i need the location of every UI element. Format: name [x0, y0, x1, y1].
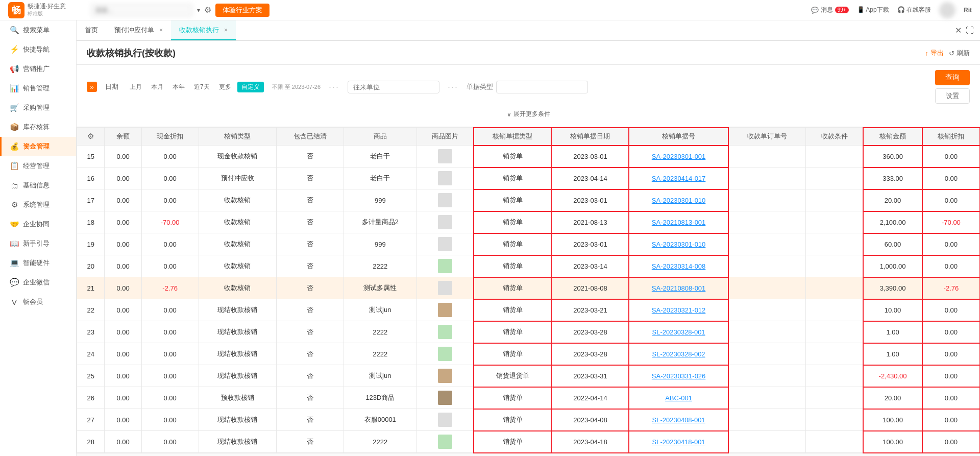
- date-quick-group: 上月 本月 本年 近7天 更多 自定义: [127, 82, 264, 92]
- doc-type-select[interactable]: 销货单 销货退货单: [496, 81, 588, 93]
- collab-icon: 🤝: [10, 220, 19, 229]
- cell-doc-no[interactable]: ABC-001: [629, 387, 728, 409]
- system-icon: ⚙: [10, 200, 19, 209]
- cell-doc-no[interactable]: SA-20230301-010: [629, 233, 728, 255]
- cell-discount: 0.00: [922, 321, 979, 343]
- cell-included: 否: [276, 146, 344, 167]
- cell-doc-no[interactable]: SA-20230331-026: [629, 365, 728, 387]
- table-row: 25 0.00 0.00 现结收款核销 否 测试jun 销货退货单 2023-0…: [77, 365, 980, 387]
- cell-product: 2222: [344, 343, 416, 365]
- sidebar-item-marketing[interactable]: 📢 营销推广: [0, 59, 76, 79]
- cell-doc-no[interactable]: SL-20230328-002: [629, 343, 728, 365]
- cell-product-img: [416, 211, 474, 233]
- col-settings-icon[interactable]: ⚙: [87, 132, 94, 140]
- cell-type: 收款核销: [199, 189, 276, 211]
- tab-maximize-icon[interactable]: ⛶: [966, 26, 974, 35]
- funds-icon: 💰: [10, 142, 19, 151]
- sidebar-item-purchase[interactable]: 🛒 采购管理: [0, 98, 76, 117]
- sidebar-item-search[interactable]: 🔍 搜索菜单: [0, 20, 76, 40]
- cell-doc-type: 销货单: [474, 189, 551, 211]
- sidebar-item-management[interactable]: 📋 经营管理: [0, 156, 76, 176]
- cell-doc-no[interactable]: SA-20230414-017: [629, 167, 728, 189]
- sidebar-item-hardware[interactable]: 💻 智能硬件: [0, 253, 76, 273]
- cell-amount: 1.00: [863, 343, 923, 365]
- date-btn-lastmonth[interactable]: 上月: [127, 82, 145, 92]
- cell-product: 999: [344, 233, 416, 255]
- app-download-link[interactable]: 📱 App下载: [857, 6, 889, 14]
- cell-doc-no[interactable]: SA-20230301-010: [629, 189, 728, 211]
- cell-discount: 0.00: [922, 167, 979, 189]
- sidebar-item-sales[interactable]: 📊 销售管理: [0, 79, 76, 98]
- date-filter-label: 日期: [105, 82, 118, 91]
- cell-product: 测试多属性: [344, 277, 416, 299]
- table-row: 28 0.00 0.00 现结收款核销 否 2222 销货单 2023-04-1…: [77, 431, 980, 453]
- industry-btn[interactable]: 体验行业方案: [215, 4, 270, 17]
- app-download-label: App下载: [866, 6, 889, 13]
- filter-toggle-btn[interactable]: »: [87, 82, 97, 92]
- page-title: 收款核销执行(按收款): [87, 47, 176, 59]
- cell-doc-no[interactable]: SL-20230418-001: [629, 431, 728, 453]
- sidebar-label-marketing: 营销推广: [23, 64, 50, 74]
- expand-label: 展开更多条件: [513, 110, 550, 118]
- export-button[interactable]: ↑ 导出: [925, 49, 944, 58]
- settings-button[interactable]: 设置: [935, 88, 970, 104]
- online-service-link[interactable]: 🎧 在线客服: [897, 6, 931, 14]
- expand-conditions-btn[interactable]: ∨ 展开更多条件: [507, 110, 550, 118]
- cell-receipt-no: [728, 211, 806, 233]
- cell-doc-no[interactable]: SA-20230314-008: [629, 255, 728, 277]
- sidebar-item-system[interactable]: ⚙ 系统管理: [0, 195, 76, 214]
- home-label: 首页: [85, 26, 98, 35]
- refresh-button[interactable]: ↺ 刷新: [949, 49, 970, 58]
- tab-prepaid[interactable]: 预付冲应付单 ×: [106, 20, 171, 40]
- cell-doc-type: 销货单: [474, 211, 551, 233]
- top-bar: 畅 畅捷通·好生意 标准版 ▾ ⚙ 体验行业方案 💬 消息 99+ 📱 App下…: [0, 0, 980, 20]
- cell-doc-no[interactable]: SL-20230408-001: [629, 409, 728, 431]
- sidebar-item-collab[interactable]: 🤝 企业协同: [0, 214, 76, 234]
- cell-receipt-no: [728, 321, 806, 343]
- sidebar-item-guide[interactable]: 📖 新手引导: [0, 234, 76, 253]
- cell-doc-date: 2023-03-01: [551, 189, 629, 211]
- th-settings[interactable]: ⚙: [77, 128, 105, 146]
- cell-included: 否: [276, 321, 344, 343]
- message-label: 消息: [821, 6, 833, 14]
- top-search-input[interactable]: [91, 4, 193, 17]
- cell-receipt-no: [728, 387, 806, 409]
- cell-amount: 2,100.00: [863, 211, 923, 233]
- dropdown-chevron[interactable]: ▾: [197, 7, 200, 14]
- user-avatar[interactable]: [939, 2, 955, 18]
- sidebar-item-basic[interactable]: 🗂 基础信息: [0, 176, 76, 195]
- settings-gear-icon[interactable]: ⚙: [204, 5, 211, 15]
- sidebar-item-funds[interactable]: 💰 资金管理: [0, 137, 76, 156]
- cell-no: 17: [77, 189, 105, 211]
- prepaid-close-icon[interactable]: ×: [159, 27, 163, 34]
- cell-doc-no[interactable]: SA-20230321-012: [629, 299, 728, 321]
- cell-doc-no[interactable]: SL-20230328-001: [629, 321, 728, 343]
- cell-receipt-cond: [806, 409, 863, 431]
- cell-amount: 1.00: [863, 321, 923, 343]
- cell-doc-no[interactable]: SA-20210813-001: [629, 211, 728, 233]
- table-row: 20 0.00 0.00 收款核销 否 2222 销货单 2023-03-14 …: [77, 255, 980, 277]
- date-btn-more[interactable]: 更多: [216, 82, 234, 92]
- cell-doc-no[interactable]: SA-20230301-001: [629, 146, 728, 167]
- cell-doc-no[interactable]: SA-20210808-001: [629, 277, 728, 299]
- tab-home[interactable]: 首页: [77, 20, 106, 40]
- date-btn-7days[interactable]: 近7天: [191, 82, 213, 92]
- query-button[interactable]: 查询: [935, 70, 970, 85]
- tab-close-action-icon[interactable]: ✕: [955, 26, 962, 35]
- sidebar-item-vip[interactable]: V 畅会员: [0, 292, 76, 311]
- cell-product: 测试jun: [344, 299, 416, 321]
- date-custom-btn[interactable]: 自定义: [237, 82, 264, 92]
- date-btn-thismonth[interactable]: 本月: [148, 82, 166, 92]
- message-section[interactable]: 💬 消息 99+: [811, 6, 849, 14]
- receipt-exec-close-icon[interactable]: ×: [224, 27, 228, 34]
- sidebar-item-wechat[interactable]: 💬 企业微信: [0, 273, 76, 292]
- cell-receipt-no: [728, 343, 806, 365]
- sidebar-item-quicknav[interactable]: ⚡ 快捷导航: [0, 40, 76, 59]
- unit-filter-input[interactable]: [348, 81, 439, 93]
- filter-dots[interactable]: ···: [329, 82, 339, 92]
- sidebar-item-inventory[interactable]: 📦 库存核算: [0, 117, 76, 137]
- tab-receipt-exec[interactable]: 收款核销执行 ×: [171, 20, 236, 40]
- date-btn-thisyear[interactable]: 本年: [169, 82, 188, 92]
- cell-receipt-cond: [806, 146, 863, 167]
- cell-cash-discount: 0.00: [141, 146, 199, 167]
